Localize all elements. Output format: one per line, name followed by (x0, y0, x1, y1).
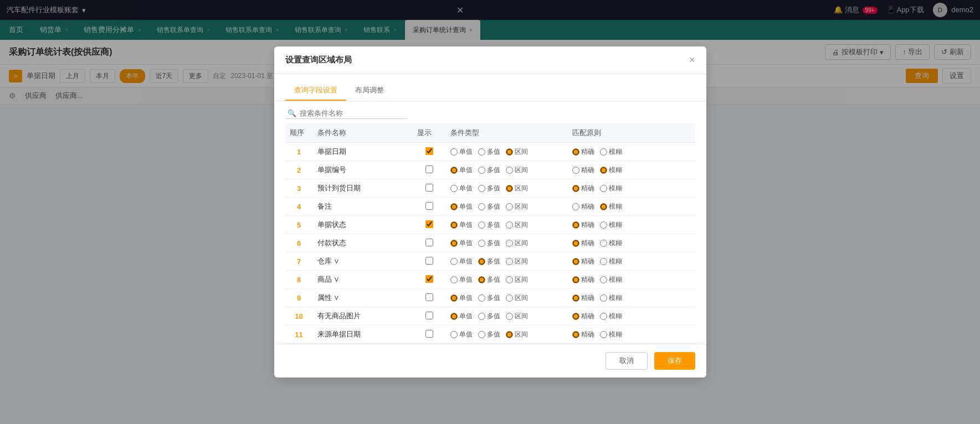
type-radio[interactable] (478, 240, 485, 247)
match-radio[interactable] (600, 294, 607, 302)
match-option-label[interactable]: 模糊 (600, 275, 622, 285)
type-option-label[interactable]: 单值 (450, 220, 473, 230)
type-radio[interactable] (506, 148, 513, 156)
match-option-label[interactable]: 模糊 (600, 220, 622, 230)
type-option-label[interactable]: 多值 (478, 166, 500, 175)
type-radio[interactable] (506, 276, 513, 283)
match-radio[interactable] (600, 240, 607, 247)
match-radio[interactable] (600, 148, 607, 156)
type-option-label[interactable]: 单值 (450, 239, 473, 248)
match-option-label[interactable]: 精确 (572, 275, 594, 285)
match-option-label[interactable]: 精确 (572, 184, 594, 193)
type-radio[interactable] (450, 185, 458, 192)
type-option-label[interactable]: 区间 (506, 275, 528, 285)
type-radio[interactable] (478, 258, 485, 265)
match-option-label[interactable]: 精确 (572, 166, 594, 175)
match-option-label[interactable]: 模糊 (600, 202, 622, 211)
match-radio[interactable] (600, 276, 607, 283)
type-option-label[interactable]: 区间 (506, 147, 528, 157)
match-radio[interactable] (572, 203, 579, 210)
display-checkbox[interactable] (425, 202, 433, 210)
match-radio[interactable] (600, 203, 607, 210)
type-radio[interactable] (478, 148, 485, 156)
match-radio[interactable] (572, 148, 579, 156)
type-option-label[interactable]: 多值 (478, 239, 500, 248)
type-option-label[interactable]: 区间 (506, 239, 528, 248)
match-option-label[interactable]: 精确 (572, 147, 594, 157)
type-option-label[interactable]: 单值 (450, 147, 473, 157)
match-option-label[interactable]: 精确 (572, 220, 594, 230)
display-checkbox[interactable] (425, 220, 433, 228)
match-option-label[interactable]: 模糊 (600, 239, 622, 248)
display-checkbox[interactable] (425, 239, 433, 246)
type-radio[interactable] (450, 313, 458, 320)
match-radio[interactable] (572, 276, 579, 283)
type-option-label[interactable]: 单值 (450, 184, 473, 193)
match-radio[interactable] (600, 221, 607, 229)
match-option-label[interactable]: 模糊 (600, 184, 622, 193)
type-radio[interactable] (506, 258, 513, 265)
type-option-label[interactable]: 单值 (450, 257, 473, 266)
match-radio[interactable] (572, 294, 579, 302)
type-radio[interactable] (450, 167, 458, 174)
match-radio[interactable] (572, 313, 579, 320)
type-radio[interactable] (450, 294, 458, 302)
match-radio[interactable] (572, 258, 579, 265)
match-option-label[interactable]: 精确 (572, 312, 594, 321)
display-checkbox[interactable] (425, 293, 433, 301)
type-option-label[interactable]: 多值 (478, 184, 500, 193)
type-radio[interactable] (450, 148, 458, 156)
match-option-label[interactable]: 精确 (572, 257, 594, 266)
display-checkbox[interactable] (425, 184, 433, 192)
display-checkbox[interactable] (425, 275, 433, 283)
type-radio[interactable] (478, 313, 485, 320)
type-option-label[interactable]: 区间 (506, 257, 528, 266)
type-option-label[interactable]: 区间 (506, 293, 528, 303)
type-option-label[interactable]: 单值 (450, 166, 473, 175)
type-option-label[interactable]: 多值 (478, 293, 500, 303)
match-radio[interactable] (600, 185, 607, 192)
match-option-label[interactable]: 模糊 (600, 166, 622, 175)
display-checkbox[interactable] (425, 166, 433, 173)
match-radio[interactable] (600, 313, 607, 320)
type-radio[interactable] (450, 203, 458, 210)
type-radio[interactable] (506, 167, 513, 174)
type-radio[interactable] (450, 240, 458, 247)
tab-field-settings[interactable]: 查询字段设置 (285, 81, 346, 101)
type-option-label[interactable]: 单值 (450, 312, 473, 321)
type-radio[interactable] (450, 276, 458, 283)
match-radio[interactable] (600, 167, 607, 174)
type-radio[interactable] (506, 221, 513, 229)
type-option-label[interactable]: 单值 (450, 293, 473, 303)
type-option-label[interactable]: 单值 (450, 202, 473, 211)
type-radio[interactable] (506, 313, 513, 320)
display-checkbox[interactable] (425, 147, 433, 155)
type-radio[interactable] (478, 167, 485, 174)
match-option-label[interactable]: 精确 (572, 202, 594, 211)
match-radio[interactable] (600, 258, 607, 265)
display-checkbox[interactable] (425, 257, 433, 265)
type-radio[interactable] (506, 203, 513, 210)
tab-layout-adjust[interactable]: 布局调整 (346, 81, 393, 101)
match-radio[interactable] (572, 167, 579, 174)
type-radio[interactable] (478, 276, 485, 283)
type-radio[interactable] (478, 221, 485, 229)
type-option-label[interactable]: 区间 (506, 184, 528, 193)
type-option-label[interactable]: 区间 (506, 202, 528, 211)
match-radio[interactable] (572, 221, 579, 229)
type-option-label[interactable]: 单值 (450, 275, 473, 285)
match-option-label[interactable]: 精确 (572, 239, 594, 248)
type-option-label[interactable]: 多值 (478, 147, 500, 157)
type-radio[interactable] (478, 185, 485, 192)
match-option-label[interactable]: 模糊 (600, 147, 622, 157)
type-option-label[interactable]: 多值 (478, 220, 500, 230)
match-radio[interactable] (572, 240, 579, 247)
type-radio[interactable] (478, 294, 485, 302)
type-radio[interactable] (450, 258, 458, 265)
type-radio[interactable] (506, 185, 513, 192)
type-option-label[interactable]: 多值 (478, 202, 500, 211)
type-option-label[interactable]: 区间 (506, 220, 528, 230)
type-option-label[interactable]: 多值 (478, 312, 500, 321)
type-option-label[interactable]: 区间 (506, 312, 528, 321)
type-radio[interactable] (506, 294, 513, 302)
